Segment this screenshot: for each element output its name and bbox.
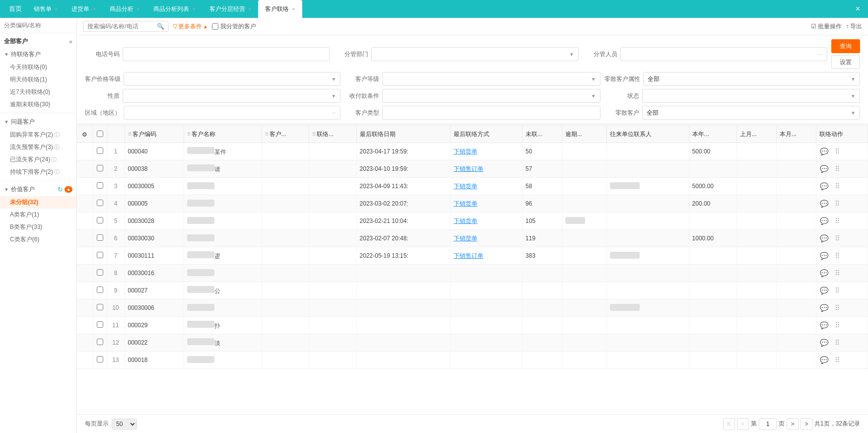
info-icon-3[interactable]: ⓘ	[51, 156, 57, 162]
method-link[interactable]: 下销货单	[454, 200, 477, 207]
row-gear[interactable]	[77, 247, 93, 265]
tab-goods-analysis[interactable]: 商品分析 ×	[103, 0, 146, 18]
close-goods-analysis-list-icon[interactable]: ×	[192, 6, 195, 12]
sidebar-collapse-icon[interactable]: «	[69, 38, 72, 45]
row-checkbox[interactable]	[97, 252, 103, 258]
row-last-method[interactable]: 下销货单	[450, 213, 522, 230]
row-gear[interactable]	[77, 178, 93, 195]
row-last-method[interactable]: 下销货单	[450, 230, 522, 247]
region-select[interactable]: ···	[124, 106, 340, 120]
more-icon[interactable]: ⠿	[832, 338, 842, 348]
sidebar-item-group-b[interactable]: B类客户(33)	[0, 221, 76, 233]
sidebar-item-tomorrow[interactable]: 明天待联络(1)	[0, 73, 76, 86]
contact-icon[interactable]: 💬	[819, 303, 829, 313]
more-icon[interactable]: ⠿	[832, 303, 842, 313]
sidebar-item-lost[interactable]: 已流失客户(24)ⓘ	[0, 153, 76, 166]
method-link[interactable]: 下销货单	[454, 183, 477, 190]
row-last-method[interactable]: 下销货单	[450, 195, 522, 213]
close-purchase-icon[interactable]: ×	[92, 6, 95, 12]
tab-purchase[interactable]: 进货单 ×	[65, 0, 102, 18]
contact-icon[interactable]: 💬	[819, 355, 829, 365]
row-checkbox[interactable]	[97, 339, 103, 345]
row-last-method[interactable]: 下销售订单	[450, 160, 522, 178]
more-icon[interactable]: ⠿	[832, 355, 842, 365]
sidebar-group-problem[interactable]: ▼ 问题客户	[0, 115, 76, 129]
more-icon[interactable]: ⠿	[832, 181, 842, 191]
more-icon[interactable]: ⠿	[832, 251, 842, 261]
page-number-input[interactable]	[759, 418, 777, 430]
my-customers-checkbox[interactable]	[212, 23, 218, 30]
next-page-btn[interactable]: >	[787, 418, 799, 430]
close-sales-icon[interactable]: ×	[55, 6, 58, 12]
contact-icon[interactable]: 💬	[819, 268, 829, 278]
payment-select[interactable]: ▼	[382, 89, 600, 103]
row-last-method[interactable]: 下销售订单	[450, 247, 522, 265]
per-page-select[interactable]: 50 100	[112, 419, 137, 430]
row-gear[interactable]	[77, 230, 93, 247]
nature-select[interactable]: ▼	[123, 89, 340, 103]
prev-page-btn[interactable]: <	[737, 418, 749, 430]
row-checkbox[interactable]	[97, 165, 103, 171]
tab-sales[interactable]: 销售单 ×	[27, 0, 65, 18]
global-close-icon[interactable]: ×	[852, 4, 864, 13]
select-all-checkbox[interactable]	[97, 131, 103, 137]
row-checkbox[interactable]	[97, 182, 103, 189]
contact-icon[interactable]: 💬	[819, 216, 829, 226]
info-icon-2[interactable]: ⓘ	[54, 144, 60, 150]
more-icon[interactable]: ⠿	[832, 164, 842, 174]
row-gear[interactable]	[77, 282, 93, 299]
tab-goods-analysis-list[interactable]: 商品分析列表 ×	[146, 0, 202, 18]
nav-home[interactable]: 首页	[4, 4, 27, 13]
sidebar-item-group-c[interactable]: C类客户(6)	[0, 233, 76, 246]
method-link[interactable]: 下销货单	[454, 217, 477, 224]
first-page-btn[interactable]: K	[723, 418, 735, 430]
all-customers-header[interactable]: 全部客户 «	[0, 33, 76, 48]
row-checkbox[interactable]	[97, 269, 103, 276]
search-icon[interactable]: 🔍	[157, 23, 164, 30]
retail-attr-select[interactable]: 全部 ▼	[643, 72, 860, 86]
last-page-btn[interactable]: >	[801, 418, 812, 430]
export-btn[interactable]: ↑ 导出	[846, 22, 862, 31]
close-customer-segment-icon[interactable]: ×	[248, 6, 251, 12]
row-gear[interactable]	[77, 352, 93, 369]
row-gear[interactable]	[77, 317, 93, 334]
sidebar-item-churn-risk[interactable]: 流失预警客户(3)ⓘ	[0, 141, 76, 153]
more-conditions-btn[interactable]: ▽ 更多条件 ▲	[173, 22, 208, 31]
price-level-select[interactable]: ▼	[124, 72, 340, 86]
more-icon[interactable]: ⠿	[832, 216, 842, 226]
contact-icon[interactable]: 💬	[819, 320, 829, 330]
sidebar-item-7days[interactable]: 近7天待联络(0)	[0, 86, 76, 98]
close-goods-analysis-icon[interactable]: ×	[136, 6, 139, 12]
row-gear[interactable]	[77, 143, 93, 160]
method-link[interactable]: 下销货单	[454, 235, 477, 242]
manager-select[interactable]: ···	[620, 47, 827, 61]
method-link[interactable]: 下销售订单	[454, 252, 483, 259]
row-gear[interactable]	[77, 160, 93, 178]
reset-btn[interactable]: 设置	[831, 55, 860, 69]
retail-cust-select[interactable]: 全部 ▼	[642, 106, 860, 120]
refresh-icon[interactable]: ↻	[58, 186, 63, 193]
more-icon[interactable]: ⠿	[832, 268, 842, 278]
method-link[interactable]: 下销货单	[454, 148, 477, 155]
sidebar-item-group-a[interactable]: A类客户(1)	[0, 209, 76, 221]
col-gear[interactable]: ⚙	[77, 126, 93, 143]
row-checkbox[interactable]	[97, 356, 103, 362]
row-gear[interactable]	[77, 195, 93, 213]
my-customers-checkbox-label[interactable]: 我分管的客户	[212, 22, 256, 31]
contact-icon[interactable]: 💬	[819, 164, 829, 174]
contact-icon[interactable]: 💬	[819, 146, 829, 156]
contact-icon[interactable]: 💬	[819, 338, 829, 348]
more-icon[interactable]: ⠿	[832, 146, 842, 156]
sidebar-search-input[interactable]	[4, 22, 77, 29]
row-checkbox[interactable]	[97, 200, 103, 206]
row-gear[interactable]	[77, 334, 93, 352]
batch-ops-btn[interactable]: ☑ 批量操作	[811, 22, 842, 31]
contact-icon[interactable]: 💬	[819, 233, 829, 243]
phone-input[interactable]	[123, 47, 330, 61]
row-checkbox[interactable]	[97, 147, 103, 154]
sidebar-item-abnormal-purchase[interactable]: 固购异常客户(2)ⓘ	[0, 129, 76, 141]
row-checkbox[interactable]	[97, 217, 103, 223]
tab-customer-contact[interactable]: 客户联络 ×	[258, 0, 302, 18]
sidebar-item-declining[interactable]: 持续下滑客户(2)ⓘ	[0, 166, 76, 178]
method-link[interactable]: 下销售订单	[454, 165, 483, 172]
